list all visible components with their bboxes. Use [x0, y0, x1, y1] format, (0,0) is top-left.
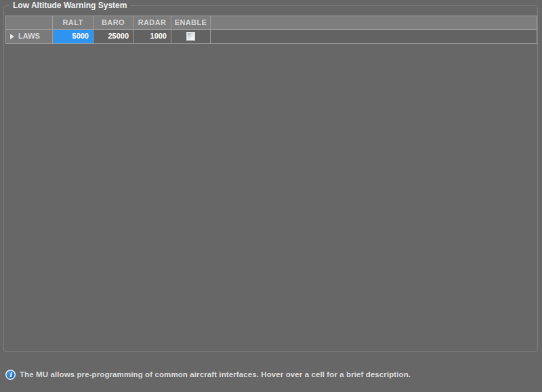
column-header-corner [6, 16, 53, 30]
laws-grid: RALT BARO RADAR ENABLE LAWS 5000 25000 1… [5, 16, 537, 44]
cell-filler [211, 30, 537, 43]
laws-groupbox: Low Altitude Warning System [3, 5, 538, 352]
column-header-ralt: RALT [53, 16, 93, 30]
enable-checkbox[interactable] [186, 32, 195, 41]
status-message: The MU allows pre-programming of common … [20, 370, 411, 378]
column-header-baro: BARO [93, 16, 133, 30]
column-header-filler [211, 16, 537, 30]
cell-baro[interactable]: 25000 [93, 30, 133, 43]
cell-radar[interactable]: 1000 [133, 30, 171, 43]
status-bar: i The MU allows pre-programming of commo… [0, 366, 542, 383]
cell-ralt[interactable]: 5000 [53, 30, 93, 43]
row-marker-icon [10, 34, 14, 39]
cell-enable [171, 30, 211, 43]
row-header-laws[interactable]: LAWS [6, 30, 53, 43]
groupbox-title: Low Altitude Warning System [9, 1, 130, 11]
info-icon: i [5, 370, 16, 380]
column-header-enable: ENABLE [171, 16, 211, 30]
row-header-label: LAWS [18, 32, 40, 40]
column-header-radar: RADAR [133, 16, 171, 30]
